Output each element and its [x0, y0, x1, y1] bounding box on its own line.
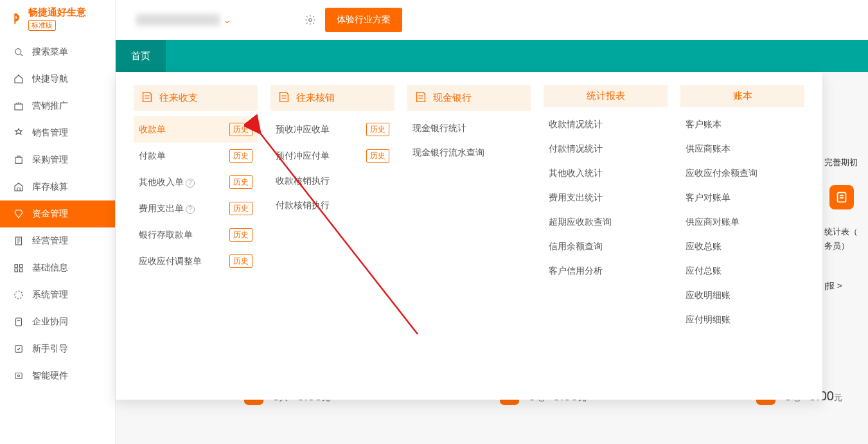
history-tag[interactable]: 历史 — [229, 254, 252, 268]
mega-menu-item[interactable]: 现金银行统计 — [407, 116, 531, 141]
history-tag[interactable]: 历史 — [366, 123, 389, 136]
mega-menu-item[interactable]: 超期应收款查询 — [544, 210, 668, 235]
sidebar-item[interactable]: 销售管理 — [0, 120, 115, 147]
mega-menu-item[interactable]: 费用支出单?历史 — [134, 195, 258, 222]
doc-icon — [414, 90, 428, 106]
menu-item-label: 客户账本 — [686, 119, 722, 130]
history-tag[interactable]: 历史 — [229, 123, 252, 136]
mega-menu-item[interactable]: 付款情况统计 — [544, 137, 668, 161]
menu-item-label: 供应商对账单 — [686, 217, 740, 228]
mega-menu-item[interactable]: 应收总账 — [680, 235, 804, 259]
cta-industry-button[interactable]: 体验行业方案 — [325, 8, 402, 32]
report-icon[interactable] — [829, 185, 854, 209]
nav-label: 基础信息 — [32, 262, 68, 274]
gear-icon[interactable] — [305, 14, 316, 26]
mega-column-header: 往来核销 — [270, 85, 394, 111]
mega-menu-item[interactable]: 预收冲应收单历史 — [270, 116, 394, 143]
mega-menu-item[interactable]: 收款核销执行 — [270, 169, 394, 193]
tab-home[interactable]: 首页 — [116, 40, 166, 72]
sidebar-item[interactable]: 搜索菜单 — [0, 39, 115, 66]
sidebar-item[interactable]: 快捷导航 — [0, 66, 115, 93]
history-tag[interactable]: 历史 — [229, 202, 252, 215]
mega-column: 统计报表收款情况统计付款情况统计其他收入统计费用支出统计超期应收款查询信用余额查… — [537, 85, 674, 332]
mega-menu-item[interactable]: 其他收入统计 — [544, 161, 668, 186]
mega-menu-item[interactable]: 其他收入单?历史 — [134, 169, 258, 195]
nav-label: 营销推广 — [32, 100, 68, 112]
mega-menu-item[interactable]: 收款单历史 — [134, 116, 258, 143]
svg-rect-1 — [15, 104, 22, 110]
store-selector[interactable]: ⌄ — [128, 10, 296, 30]
menu-item-label: 超期应收款查询 — [549, 217, 612, 228]
mega-menu-item[interactable]: 费用支出统计 — [544, 186, 668, 210]
mega-column: 现金银行现金银行统计现金银行流水查询 — [401, 85, 538, 332]
mega-column: 往来收支收款单历史付款单历史其他收入单?历史费用支出单?历史银行存取款单历史应收… — [127, 85, 264, 332]
mega-column-title: 统计报表 — [587, 90, 625, 102]
mega-menu-item[interactable]: 应收应付调整单历史 — [134, 248, 258, 274]
nav-label: 系统管理 — [32, 289, 68, 301]
mega-menu-item[interactable]: 客户信用分析 — [544, 259, 668, 283]
menu-item-label: 收款单 — [139, 124, 166, 136]
mega-menu-item[interactable]: 付款单历史 — [134, 143, 258, 169]
menu-item-label: 费用支出单? — [139, 203, 195, 215]
mega-menu-item[interactable]: 银行存取款单历史 — [134, 222, 258, 248]
mega-column-header: 统计报表 — [544, 85, 668, 107]
menu-item-label: 预收冲应收单 — [276, 124, 330, 136]
sidebar-item[interactable]: 采购管理 — [0, 147, 115, 173]
mega-menu-item[interactable]: 应收明细账 — [680, 283, 804, 308]
sidebar-item[interactable]: 企业协同 — [0, 308, 115, 335]
nav-icon — [13, 127, 24, 139]
help-icon[interactable]: ? — [186, 179, 195, 188]
help-icon[interactable]: ? — [186, 205, 195, 214]
mega-menu-item[interactable]: 供应商对账单 — [680, 210, 804, 235]
menu-item-label: 应收总账 — [686, 241, 722, 253]
history-tag[interactable]: 历史 — [229, 149, 252, 163]
mega-menu-item[interactable]: 信用余额查询 — [544, 235, 668, 259]
nav-label: 快捷导航 — [32, 73, 68, 85]
mega-menu-item[interactable]: 现金银行流水查询 — [407, 141, 531, 165]
menu-item-label: 应收应付余额查询 — [686, 168, 757, 179]
sidebar-item[interactable]: 营销推广 — [0, 93, 115, 120]
sidebar-item[interactable]: 库存核算 — [0, 173, 115, 200]
sidebar-item[interactable]: 新手引导 — [0, 335, 115, 362]
mega-menu-item[interactable]: 客户对账单 — [680, 186, 804, 210]
nav-label: 库存核算 — [32, 181, 68, 193]
nav-icon — [13, 46, 24, 58]
tab-bar: 首页 — [116, 40, 868, 72]
menu-item-label: 客户信用分析 — [549, 265, 603, 277]
menu-item-label: 其他收入单? — [139, 177, 195, 188]
mega-menu-item[interactable]: 应收应付余额查询 — [680, 161, 804, 186]
svg-rect-11 — [15, 373, 22, 379]
mega-menu-item[interactable]: 付款核销执行 — [270, 193, 394, 218]
mega-menu-item[interactable]: 应付明细账 — [680, 308, 804, 332]
sidebar-item[interactable]: 经营管理 — [0, 227, 115, 254]
nav-label: 采购管理 — [32, 154, 68, 166]
mega-column: 账本客户账本供应商账本应收应付余额查询客户对账单供应商对账单应收总账应付总账应收… — [674, 85, 811, 332]
history-tag[interactable]: 历史 — [229, 228, 252, 242]
nav-icon — [13, 73, 24, 85]
nav-label: 销售管理 — [32, 127, 68, 139]
svg-point-12 — [18, 375, 20, 377]
sidebar-item[interactable]: 智能硬件 — [0, 362, 115, 389]
right-info-strip: 完善期初 统计表（务员） |报 > — [824, 155, 868, 308]
menu-item-label: 应付明细账 — [686, 314, 731, 326]
chevron-down-icon: ⌄ — [224, 15, 231, 25]
menu-item-label: 费用支出统计 — [549, 192, 603, 204]
mega-menu-item[interactable]: 收款情况统计 — [544, 112, 668, 137]
mega-column-header: 往来收支 — [134, 85, 258, 111]
menu-item-label: 供应商账本 — [686, 143, 731, 155]
sidebar-item[interactable]: 基础信息 — [0, 254, 115, 281]
mega-menu-item[interactable]: 应付总账 — [680, 259, 804, 283]
menu-item-label: 应付总账 — [686, 265, 722, 277]
mega-menu-item[interactable]: 供应商账本 — [680, 137, 804, 161]
menu-item-label: 其他收入统计 — [549, 168, 603, 179]
mega-column-header: 现金银行 — [407, 85, 531, 111]
history-tag[interactable]: 历史 — [366, 149, 389, 163]
mega-menu-item[interactable]: 预付冲应付单历史 — [270, 143, 394, 169]
mega-menu-item[interactable]: 客户账本 — [680, 112, 804, 137]
logo-area: 畅捷通好生意 标准版 — [0, 0, 115, 36]
mega-column-title: 现金银行 — [433, 92, 472, 104]
nav-label: 新手引导 — [32, 343, 68, 355]
sidebar-item[interactable]: 系统管理 — [0, 281, 115, 308]
sidebar-item[interactable]: 资金管理 — [0, 200, 115, 227]
history-tag[interactable]: 历史 — [229, 175, 252, 189]
